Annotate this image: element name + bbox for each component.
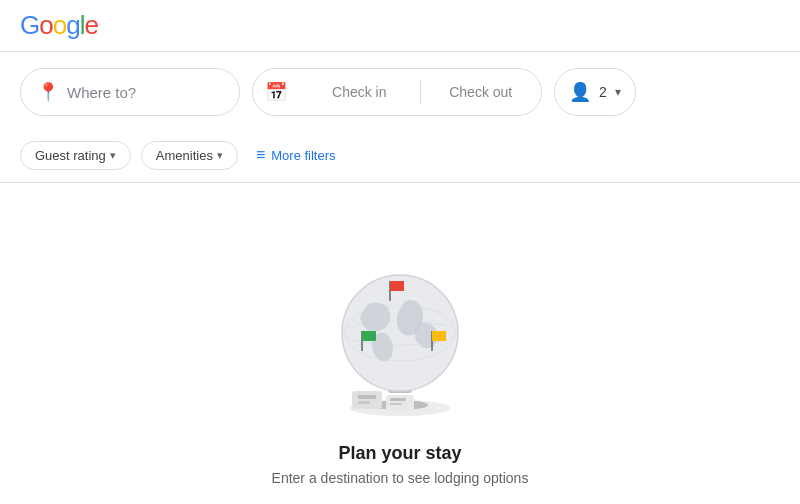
search-area: 📍 Where to? 📅 Check in Check out 👤 2 ▾ <box>0 52 800 132</box>
guest-rating-filter[interactable]: Guest rating ▾ <box>20 141 131 170</box>
svg-rect-16 <box>358 395 376 399</box>
amenities-label: Amenities <box>156 148 213 163</box>
logo-e: e <box>84 10 97 41</box>
google-logo: G o o g l e <box>20 10 98 41</box>
person-icon: 👤 <box>569 81 591 103</box>
svg-rect-12 <box>362 331 376 341</box>
plan-your-stay-subtitle: Enter a destination to see lodging optio… <box>272 470 529 486</box>
checkin-field[interactable]: Check in <box>299 69 420 115</box>
checkin-label: Check in <box>332 84 386 100</box>
logo-o2: o <box>53 10 66 41</box>
checkout-field[interactable]: Check out <box>421 69 542 115</box>
filter-lines-icon: ≡ <box>256 146 265 164</box>
header: G o o g l e <box>0 0 800 52</box>
date-range-input[interactable]: 📅 Check in Check out <box>252 68 542 116</box>
svg-rect-20 <box>390 403 402 405</box>
amenities-filter[interactable]: Amenities ▾ <box>141 141 238 170</box>
svg-rect-14 <box>432 331 446 341</box>
main-content: Plan your stay Enter a destination to se… <box>0 183 800 486</box>
more-filters-button[interactable]: ≡ More filters <box>248 140 344 170</box>
filter-bar: Guest rating ▾ Amenities ▾ ≡ More filter… <box>0 132 800 182</box>
guests-selector[interactable]: 👤 2 ▾ <box>554 68 636 116</box>
chevron-down-icon: ▾ <box>615 85 621 99</box>
svg-rect-15 <box>352 391 382 409</box>
calendar-icon: 📅 <box>265 81 287 103</box>
amenities-arrow-icon: ▾ <box>217 149 223 162</box>
logo-o1: o <box>39 10 52 41</box>
logo-g2: g <box>66 10 79 41</box>
guest-rating-arrow-icon: ▾ <box>110 149 116 162</box>
where-to-input[interactable]: 📍 Where to? <box>20 68 240 116</box>
guests-count: 2 <box>599 84 607 100</box>
plan-your-stay-title: Plan your stay <box>338 443 461 464</box>
where-placeholder: Where to? <box>67 84 136 101</box>
calendar-icon-wrap: 📅 <box>253 69 299 115</box>
svg-rect-19 <box>390 398 406 401</box>
location-pin-icon: 📍 <box>37 81 59 103</box>
guest-rating-label: Guest rating <box>35 148 106 163</box>
svg-rect-17 <box>358 401 370 404</box>
checkout-label: Check out <box>449 84 512 100</box>
globe-illustration <box>300 223 500 423</box>
logo-G: G <box>20 10 39 41</box>
more-filters-label: More filters <box>271 148 335 163</box>
svg-rect-10 <box>390 281 404 291</box>
